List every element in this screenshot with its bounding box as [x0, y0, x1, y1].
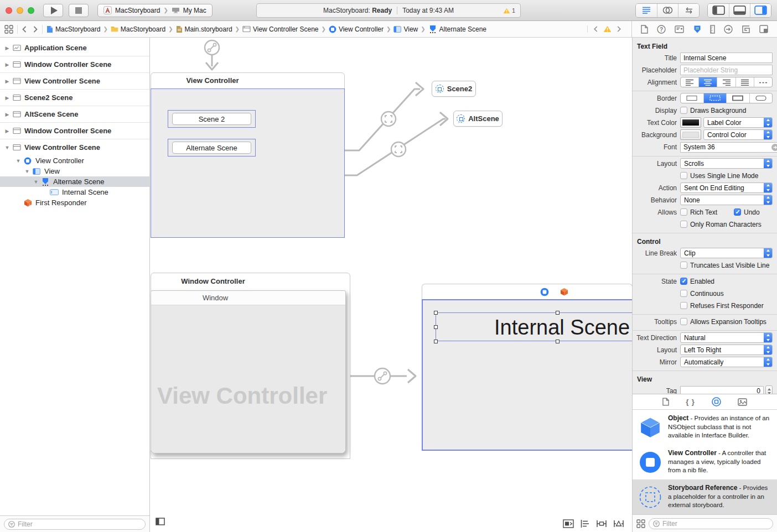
breadcrumb-scene[interactable]: View Controller Scene: [242, 25, 319, 33]
font-input[interactable]: [680, 142, 777, 153]
window-mockup[interactable]: Window View Controller: [151, 290, 346, 453]
align-center-segment[interactable]: [698, 77, 717, 87]
align-justify-segment[interactable]: [735, 77, 754, 87]
media-library-tab[interactable]: [738, 398, 747, 406]
resize-handle[interactable]: [434, 325, 438, 329]
resolve-auto-layout-button[interactable]: [613, 519, 624, 528]
library-item-object[interactable]: Object - Provides an instance of an NSOb…: [633, 410, 777, 445]
stop-button[interactable]: [69, 4, 89, 17]
border-rounded-segment[interactable]: [749, 93, 773, 103]
breadcrumb-storyboard-reference[interactable]: Alternate Scene: [428, 25, 486, 33]
outline-row-alternate-scene[interactable]: ▼ Alternate Scene: [0, 176, 149, 187]
library-item-view-controller[interactable]: View Controller - A controller that mana…: [633, 445, 777, 479]
toggle-debug-area-button[interactable]: [729, 4, 750, 17]
run-button[interactable]: [43, 4, 63, 17]
layout-popup[interactable]: Scrolls: [680, 158, 773, 169]
enabled-checkbox[interactable]: [680, 278, 687, 285]
outline-row-view-controller-scene-expanded[interactable]: ▼ View Controller Scene: [0, 139, 149, 155]
align-button[interactable]: [580, 519, 590, 528]
resize-handle[interactable]: [434, 311, 438, 315]
background-color-popup[interactable]: Control Color: [703, 129, 773, 140]
breadcrumb-file[interactable]: Main.storyboard: [176, 25, 232, 33]
next-issue-button[interactable]: [617, 25, 621, 33]
border-bezel-segment[interactable]: [726, 93, 749, 103]
scene-title[interactable]: Window Controller: [151, 273, 275, 290]
segue-line-altscene[interactable]: [345, 119, 446, 175]
mirror-popup[interactable]: Automatically: [680, 357, 773, 367]
text-direction-popup[interactable]: Natural: [680, 332, 773, 343]
library-filter-input[interactable]: [662, 520, 769, 528]
disclosure-triangle-icon[interactable]: ▼: [4, 145, 10, 150]
outline-row-view[interactable]: ▼ View: [0, 166, 149, 176]
tag-input[interactable]: [680, 386, 764, 394]
outline-row-view-controller-scene[interactable]: ▶ View Controller Scene: [0, 73, 149, 89]
layout-direction-popup[interactable]: Left To Right: [680, 345, 773, 355]
window-controller-scene[interactable]: Window Controller Window View Controller: [151, 273, 350, 459]
scene-title[interactable]: View Controller: [151, 73, 274, 88]
segue-line-scene2[interactable]: [345, 89, 420, 150]
identity-inspector-tab[interactable]: [675, 25, 684, 33]
alternate-scene-button[interactable]: Alternate Scene: [172, 142, 251, 154]
attributes-inspector-tab[interactable]: [693, 25, 702, 34]
rich-text-checkbox[interactable]: [680, 208, 687, 216]
segue-badge-modal[interactable]: [391, 142, 406, 157]
background-color-well[interactable]: [680, 129, 701, 140]
title-input[interactable]: [680, 53, 773, 63]
view-effects-inspector-tab[interactable]: [759, 25, 768, 33]
library-item-storyboard-reference[interactable]: Storyboard Reference - Provides a placeh…: [633, 479, 777, 514]
go-back-button[interactable]: [22, 25, 27, 33]
action-popup[interactable]: Sent On End Editing: [680, 182, 773, 193]
first-responder-icon[interactable]: [560, 288, 568, 296]
bindings-inspector-tab[interactable]: [742, 25, 750, 34]
draws-background-checkbox[interactable]: [680, 107, 687, 114]
file-inspector-tab[interactable]: [641, 25, 648, 34]
file-templates-tab[interactable]: [662, 398, 669, 406]
segue-badge-show[interactable]: [375, 368, 390, 384]
view-controller-icon[interactable]: [540, 288, 549, 296]
close-window-button[interactable]: [6, 7, 12, 14]
behavior-popup[interactable]: None: [680, 195, 773, 205]
outline-filter-field[interactable]: [4, 519, 146, 530]
placeholder-input[interactable]: [680, 65, 773, 75]
activity-viewer[interactable]: MacStoryboard: Ready Today at 9:43 AM 1: [256, 3, 521, 18]
library-grid-view-icon[interactable]: [636, 519, 645, 528]
border-line-segment[interactable]: [703, 93, 727, 103]
size-inspector-tab[interactable]: [710, 25, 715, 34]
outline-row-first-responder[interactable]: 1 First Responder: [0, 197, 149, 208]
text-color-well[interactable]: [680, 117, 701, 128]
storyboard-reference-scene2[interactable]: Scene2: [432, 81, 476, 97]
warning-icon[interactable]: [603, 25, 612, 33]
outline-row-internal-scene[interactable]: Internal Scene: [0, 187, 149, 197]
disclosure-triangle-icon[interactable]: ▶: [4, 62, 10, 67]
disclosure-triangle-icon[interactable]: ▼: [33, 179, 39, 185]
quick-help-inspector-tab[interactable]: ?: [657, 25, 666, 34]
toggle-document-outline-button[interactable]: [156, 518, 165, 528]
breadcrumb-view[interactable]: View: [393, 25, 418, 33]
continuous-checkbox[interactable]: [680, 290, 687, 297]
refuses-first-responder-checkbox[interactable]: [680, 302, 687, 309]
align-right-segment[interactable]: [717, 77, 735, 87]
align-left-segment[interactable]: [681, 77, 698, 87]
disclosure-triangle-icon[interactable]: ▶: [4, 95, 10, 101]
related-items-icon[interactable]: [4, 25, 13, 34]
zoom-window-button[interactable]: [28, 7, 34, 14]
internal-scene-view[interactable]: Internal Scene: [422, 299, 632, 451]
version-editor-button[interactable]: [678, 4, 699, 17]
view-controller-scene-view[interactable]: Scene 2 Alternate Scene: [151, 88, 345, 238]
truncates-checkbox[interactable]: [680, 262, 687, 269]
object-library-tab[interactable]: [712, 397, 721, 406]
segue-badge-modal[interactable]: [381, 112, 396, 126]
expansion-tooltips-checkbox[interactable]: [680, 318, 687, 325]
toggle-navigator-button[interactable]: [708, 4, 729, 17]
text-color-popup[interactable]: Label Color: [703, 117, 773, 128]
single-line-mode-checkbox[interactable]: [680, 172, 687, 179]
align-natural-segment[interactable]: [754, 77, 772, 87]
roman-characters-checkbox[interactable]: [680, 221, 687, 228]
view-controller-scene[interactable]: View Controller Scene 2 Alternate Scene: [151, 72, 345, 238]
internal-view-controller-scene[interactable]: Internal Scene: [422, 284, 632, 451]
border-none-segment[interactable]: [681, 93, 703, 103]
scene2-button[interactable]: Scene 2: [172, 113, 251, 125]
resize-handle[interactable]: [556, 311, 560, 315]
embed-in-button[interactable]: [563, 519, 574, 528]
disclosure-triangle-icon[interactable]: ▼: [24, 169, 30, 174]
